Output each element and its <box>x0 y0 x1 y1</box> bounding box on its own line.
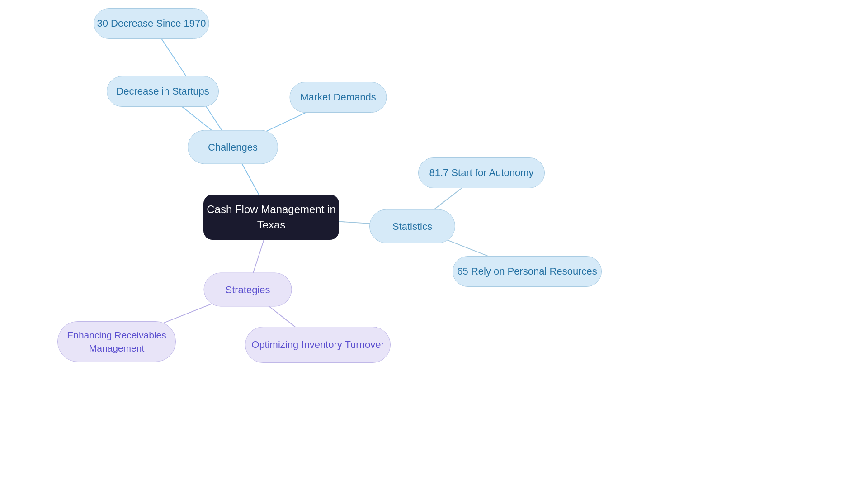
decrease-startups-label: Decrease in Startups <box>116 86 209 97</box>
personal-resources-node[interactable]: 65 Rely on Personal Resources <box>453 256 602 287</box>
decrease-since-1970-label: 30 Decrease Since 1970 <box>97 18 206 29</box>
start-autonomy-node[interactable]: 81.7 Start for Autonomy <box>418 157 545 188</box>
optimizing-inventory-node[interactable]: Optimizing Inventory Turnover <box>245 327 391 363</box>
market-demands-node[interactable]: Market Demands <box>290 82 387 113</box>
decrease-startups-node[interactable]: Decrease in Startups <box>107 76 219 107</box>
center-node[interactable]: Cash Flow Management in Texas <box>203 195 339 240</box>
center-label: Cash Flow Management in Texas <box>207 202 335 232</box>
optimizing-inventory-label: Optimizing Inventory Turnover <box>251 339 384 351</box>
personal-resources-label: 65 Rely on Personal Resources <box>457 266 597 277</box>
market-demands-label: Market Demands <box>300 91 376 103</box>
enhancing-receivables-node[interactable]: Enhancing ReceivablesManagement <box>57 321 176 362</box>
start-autonomy-label: 81.7 Start for Autonomy <box>429 167 533 179</box>
challenges-label: Challenges <box>208 141 258 153</box>
statistics-label: Statistics <box>392 220 432 232</box>
challenges-node[interactable]: Challenges <box>188 130 278 164</box>
enhancing-receivables-label: Enhancing ReceivablesManagement <box>67 328 166 355</box>
statistics-node[interactable]: Statistics <box>369 209 455 243</box>
decrease-since-1970-node[interactable]: 30 Decrease Since 1970 <box>94 8 209 39</box>
strategies-node[interactable]: Strategies <box>204 273 292 307</box>
strategies-label: Strategies <box>225 284 270 295</box>
